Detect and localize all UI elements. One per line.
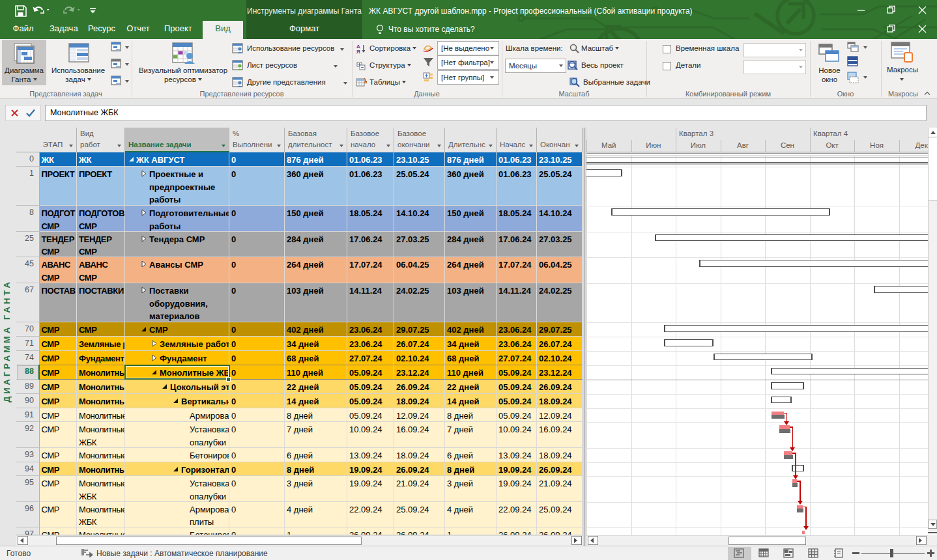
svg-text:Я: Я [356, 49, 360, 54]
